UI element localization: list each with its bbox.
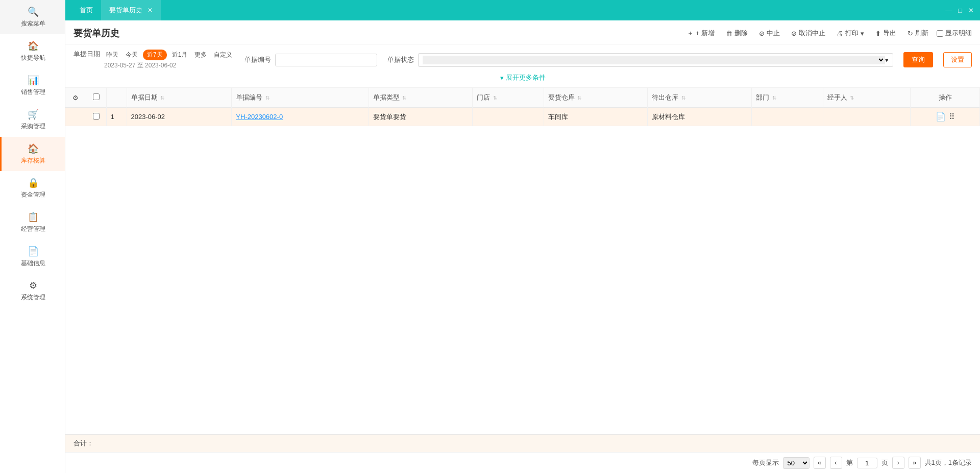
col-operation: 操作 <box>911 88 980 108</box>
date-btn-last-month[interactable]: 近1月 <box>170 50 190 60</box>
export-button[interactable]: ⬆ 导出 <box>872 27 899 40</box>
cell-doc-no: YH-20230602-0 <box>232 108 369 126</box>
page-label: 第 <box>846 458 853 467</box>
col-store[interactable]: 门店 ⇅ <box>473 88 544 108</box>
sidebar-item-label: 搜索菜单 <box>21 19 45 28</box>
prev-page-btn[interactable]: ‹ <box>830 457 842 469</box>
doc-status-label: 单据状态 <box>387 55 414 64</box>
col-req-warehouse[interactable]: 要货仓库 ⇅ <box>544 88 648 108</box>
tab-requisition-history[interactable]: 要货单历史 ✕ <box>101 0 161 20</box>
doc-date-label: 单据日期 <box>74 50 100 59</box>
sidebar-item-quick-nav[interactable]: 🏠 快捷导航 <box>0 34 65 68</box>
col-department[interactable]: 部门 ⇅ <box>752 88 823 108</box>
inventory-icon: 🏠 <box>28 143 39 154</box>
window-maximize-icon[interactable]: □ <box>958 7 962 14</box>
refresh-button[interactable]: ↻ 刷新 <box>904 27 932 40</box>
col-doc-type[interactable]: 单据类型 ⇅ <box>369 88 473 108</box>
cancel-stop-button[interactable]: ⊘ 取消中止 <box>788 27 828 40</box>
window-close-icon[interactable]: ✕ <box>968 7 974 14</box>
more-action-btn[interactable]: ⠿ <box>949 112 955 122</box>
date-btn-today[interactable]: 今天 <box>124 50 140 60</box>
tab-close-icon[interactable]: ✕ <box>148 7 153 14</box>
settings-button[interactable]: 设置 <box>943 52 972 67</box>
search-menu-icon: 🔍 <box>28 6 39 17</box>
col-doc-date[interactable]: 单据日期 ⇅ <box>127 88 232 108</box>
doc-no-label: 单据编号 <box>244 55 271 64</box>
cell-department <box>752 108 823 126</box>
new-icon: ＋ <box>687 29 694 38</box>
sidebar-item-label: 基础信息 <box>21 259 45 268</box>
sort-doc-no-icon: ⇅ <box>265 95 270 101</box>
page-title: 要货单历史 <box>74 27 119 39</box>
sort-req-warehouse-icon: ⇅ <box>577 95 581 101</box>
date-btn-custom[interactable]: 自定义 <box>212 50 234 60</box>
row-checkbox[interactable] <box>93 113 100 120</box>
cell-req-warehouse: 车间库 <box>544 108 648 126</box>
cell-index: 1 <box>106 108 127 126</box>
table-header-row: ⚙ 单据日期 ⇅ 单据编号 ⇅ <box>65 88 980 108</box>
sidebar-item-label: 销售管理 <box>21 88 45 97</box>
sidebar-item-search-menu[interactable]: 🔍 搜索菜单 <box>0 0 65 34</box>
sidebar-item-operations-mgmt[interactable]: 📋 经营管理 <box>0 205 65 240</box>
select-all-checkbox[interactable] <box>93 93 100 100</box>
date-btn-more[interactable]: 更多 <box>192 50 209 60</box>
topbar-right: — □ ✕ <box>945 7 974 14</box>
col-checkbox <box>86 88 106 108</box>
display-detail-checkbox[interactable]: 显示明细 <box>937 29 972 38</box>
sidebar-item-inventory[interactable]: 🏠 库存核算 <box>0 137 65 171</box>
last-page-btn[interactable]: » <box>909 457 921 469</box>
sidebar-item-label: 系统管理 <box>21 293 45 302</box>
page-input[interactable]: 1 <box>857 458 877 468</box>
cell-pending-warehouse: 原材料仓库 <box>648 108 752 126</box>
cell-doc-type: 要货单要货 <box>369 108 473 126</box>
total-info: 共1页，1条记录 <box>925 458 972 467</box>
sort-department-icon: ⇅ <box>772 95 776 101</box>
sidebar-item-basic-info[interactable]: 📄 基础信息 <box>0 240 65 274</box>
date-btn-yesterday[interactable]: 昨天 <box>104 50 120 60</box>
delete-button[interactable]: 🗑 删除 <box>723 27 751 40</box>
sidebar-item-system-mgmt[interactable]: ⚙ 系统管理 <box>0 274 65 308</box>
quick-nav-icon: 🏠 <box>28 40 39 52</box>
doc-no-input[interactable] <box>275 54 377 66</box>
expand-more-btn[interactable]: ▾ 展开更多条件 <box>74 73 972 82</box>
sidebar-item-label: 快捷导航 <box>21 54 45 62</box>
cell-handler <box>823 108 911 126</box>
sort-doc-date-icon: ⇅ <box>160 95 164 101</box>
display-detail-check[interactable] <box>937 30 943 37</box>
page-header: 要货单历史 ＋ + 新增 🗑 删除 ⊘ 中止 ⊘ 取消中止 <box>65 20 980 44</box>
doc-no-link[interactable]: YH-20230602-0 <box>236 113 283 121</box>
topbar: 首页 要货单历史 ✕ — □ ✕ <box>65 0 980 20</box>
view-action-btn[interactable]: 📄 <box>936 112 946 122</box>
date-shortcuts: 昨天 今天 近7天 近1月 更多 自定义 <box>104 50 234 60</box>
table-row: 1 2023-06-02 YH-20230602-0 要货单要货 车间库 原材料… <box>65 108 980 126</box>
sort-doc-type-icon: ⇅ <box>402 95 406 101</box>
print-icon: 🖨 <box>837 30 843 37</box>
window-minimize-icon[interactable]: — <box>945 7 952 14</box>
first-page-btn[interactable]: « <box>814 457 826 469</box>
chevron-down-icon: ▾ <box>885 56 889 64</box>
new-button[interactable]: ＋ + 新增 <box>684 27 718 40</box>
col-handler[interactable]: 经手人 ⇅ <box>823 88 911 108</box>
table-container: ⚙ 单据日期 ⇅ 单据编号 ⇅ <box>65 88 980 434</box>
sidebar-item-finance-mgmt[interactable]: 🔒 资金管理 <box>0 171 65 205</box>
stop-button[interactable]: ⊘ 中止 <box>756 27 783 40</box>
col-settings[interactable]: ⚙ <box>65 88 86 108</box>
cell-settings <box>65 108 86 126</box>
col-pending-warehouse[interactable]: 待出仓库 ⇅ <box>648 88 752 108</box>
query-button[interactable]: 查询 <box>903 52 933 67</box>
date-btn-last7days[interactable]: 近7天 <box>143 50 167 60</box>
sidebar-item-sales-mgmt[interactable]: 📊 销售管理 <box>0 68 65 103</box>
col-index <box>106 88 127 108</box>
per-page-select[interactable]: 20 50 100 <box>783 457 810 469</box>
sidebar-item-label: 资金管理 <box>21 191 45 199</box>
doc-status-select[interactable] <box>423 56 885 64</box>
col-doc-no[interactable]: 单据编号 ⇅ <box>232 88 369 108</box>
sort-store-icon: ⇅ <box>493 95 497 101</box>
sidebar: 🔍 搜索菜单 🏠 快捷导航 📊 销售管理 🛒 采购管理 🏠 库存核算 🔒 资金管… <box>0 0 65 473</box>
content-body: 要货单历史 ＋ + 新增 🗑 删除 ⊘ 中止 ⊘ 取消中止 <box>65 20 980 473</box>
next-page-btn[interactable]: › <box>892 457 904 469</box>
tab-home[interactable]: 首页 <box>71 0 101 20</box>
sidebar-item-purchase-mgmt[interactable]: 🛒 采购管理 <box>0 103 65 137</box>
print-button[interactable]: 🖨 打印 ▾ <box>834 27 867 40</box>
expand-icon: ▾ <box>500 74 504 82</box>
